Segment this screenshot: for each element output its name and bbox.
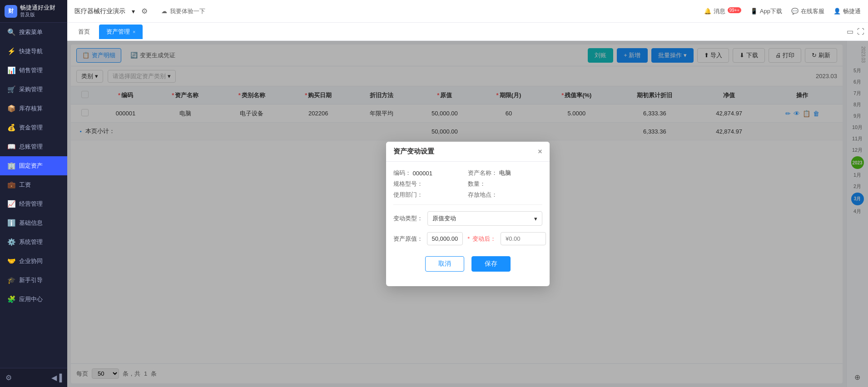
original-value-text: 50,000.00 [432,235,458,242]
sidebar-item-apps[interactable]: 🧩 应用中心 [0,290,67,309]
sales-icon: 📊 [7,66,15,74]
dialog-body: 编码： 000001 资产名称： 电脑 规格型号： 数量： [386,162,550,286]
asset-name-value: 电脑 [499,169,511,177]
sidebar-item-enterprise[interactable]: 🤝 企业协同 [0,252,67,271]
dialog-title: 资产变动设置 [393,147,434,156]
notifications-label: 消息 [714,7,725,15]
after-value-input[interactable] [501,232,546,245]
change-dialog: 资产变动设置 × 编码： 000001 资产名称： 电脑 [386,142,550,286]
dialog-close-button[interactable]: × [538,148,542,156]
topbar: 医疗器械行业演示 ▾ ⚙ ☁ 我要体验一下 🔔 消息 99++ 📱 App下载 … [67,0,868,23]
topbar-right: 🔔 消息 99++ 📱 App下载 💬 在线客服 👤 畅捷通 [704,7,861,15]
sidebar: 财 畅捷通好业财 普及版 🔍 搜索菜单 ⚡ 快捷导航 📊 销售管理 🛒 采购管理… [0,0,67,387]
location-label: 存放地点： [468,191,497,199]
asset-name-label: 资产名称： [468,169,497,177]
main-area: 医疗器械行业演示 ▾ ⚙ ☁ 我要体验一下 🔔 消息 99++ 📱 App下载 … [67,0,868,387]
sidebar-item-operation[interactable]: 📈 经营管理 [0,194,67,213]
dialog-footer: 取消 保存 [393,252,542,279]
tab-home-label: 首页 [78,28,90,36]
app-download-btn[interactable]: 📱 App下载 [750,7,782,15]
basic-icon: ℹ️ [7,219,15,227]
dialog-spec-field: 规格型号： [393,180,468,188]
system-icon: ⚙️ [7,238,15,246]
ledger-icon: 📖 [7,143,15,151]
dept-label: 使用部门： [393,191,423,199]
cancel-button[interactable]: 取消 [425,256,464,272]
sidebar-item-guide[interactable]: 🎓 新手引导 [0,271,67,290]
collapse-icon[interactable]: ◀▐ [51,373,62,382]
dialog-quantity-field: 数量： [468,180,542,188]
sidebar-item-sales[interactable]: 📊 销售管理 [0,61,67,80]
change-type-row: 变动类型： 原值变动 ▾ [393,211,542,226]
username-label: 畅捷通 [843,7,861,15]
content-area: 📋 资产明细 🔄 变更生成凭证 刘账 + 新增 批量操作 ▾ ⬆ [67,41,868,387]
download-icon: 📱 [750,8,758,15]
settings-icon[interactable]: ⚙ [5,373,12,382]
enterprise-icon: 🤝 [7,257,15,265]
cloud-icon: ☁ [161,8,167,15]
sidebar-item-fixed[interactable]: 🏢 固定资产 [0,156,67,175]
sidebar-item-quicknav[interactable]: ⚡ 快捷导航 [0,42,67,61]
after-required-label: * 变动后： [467,235,496,243]
avatar: 👤 [833,8,841,15]
tab-expand-icon[interactable]: ⛶ [857,28,864,36]
salary-icon: 💼 [7,181,15,189]
sidebar-item-capital[interactable]: 💰 资金管理 [0,118,67,137]
sidebar-item-basic[interactable]: ℹ️ 基础信息 [0,213,67,233]
quicknav-icon: ⚡ [7,47,15,55]
tab-minimize-icon[interactable]: ▭ [847,27,853,36]
tab-home[interactable]: 首页 [71,25,97,39]
dialog-header: 资产变动设置 × [386,142,550,162]
sidebar-menu: 🔍 搜索菜单 ⚡ 快捷导航 📊 销售管理 🛒 采购管理 📦 库存核算 💰 资金管… [0,23,67,368]
spec-label: 规格型号： [393,180,423,188]
settings-gear-icon[interactable]: ⚙ [141,7,148,15]
notifications-btn[interactable]: 🔔 消息 99++ [704,7,741,15]
logo-text: 畅捷通好业财 普及版 [20,4,55,18]
dialog-name-field: 资产名称： 电脑 [468,169,542,177]
sidebar-item-system[interactable]: ⚙️ 系统管理 [0,233,67,252]
change-type-dropdown-icon: ▾ [534,215,537,222]
modal-overlay: 资产变动设置 × 编码： 000001 资产名称： 电脑 [67,41,868,387]
capital-icon: 💰 [7,124,15,132]
service-icon: 💬 [791,8,799,15]
dialog-form: 变动类型： 原值变动 ▾ 资产原值： 50,000.00 [393,211,542,245]
guide-icon: 🎓 [7,276,15,284]
sidebar-item-search[interactable]: 🔍 搜索菜单 [0,23,67,42]
tabs-bar: 首页 资产管理 × ▭ ⛶ [67,23,868,41]
purchase-icon: 🛒 [7,85,15,94]
experience-area: ☁ 我要体验一下 [161,7,205,15]
tab-asset-label: 资产管理 [106,28,130,36]
user-avatar[interactable]: 👤 畅捷通 [833,7,861,15]
code-value: 000001 [413,170,432,177]
sidebar-item-salary[interactable]: 💼 工资 [0,175,67,194]
dialog-info-grid: 编码： 000001 资产名称： 电脑 规格型号： 数量： [393,169,542,205]
sidebar-item-purchase[interactable]: 🛒 采购管理 [0,80,67,99]
original-value-display: 50,000.00 [427,232,463,245]
bell-icon: 🔔 [704,8,711,15]
company-name: 医疗器械行业演示 [74,7,125,15]
sidebar-bottom: ⚙ ◀▐ [0,368,67,387]
tabs-right-controls: ▭ ⛶ [847,27,864,36]
company-dropdown[interactable]: ▾ [132,8,135,15]
customer-service-btn[interactable]: 💬 在线客服 [791,7,824,15]
original-value-label: 资产原值： [393,235,422,243]
sidebar-logo: 财 畅捷通好业财 普及版 [0,0,67,23]
tab-close-icon[interactable]: × [133,29,135,35]
inventory-icon: 📦 [7,104,15,113]
tab-asset-management[interactable]: 资产管理 × [99,25,143,39]
apps-icon: 🧩 [7,295,15,303]
sidebar-item-inventory[interactable]: 📦 库存核算 [0,99,67,118]
change-type-label: 变动类型： [393,214,423,223]
change-type-select[interactable]: 原值变动 ▾ [427,211,542,226]
save-button[interactable]: 保存 [471,256,511,272]
logo-icon: 财 [5,5,17,18]
quantity-label: 数量： [468,180,486,188]
original-value-row: 资产原值： 50,000.00 * 变动后： [393,232,542,245]
operation-icon: 📈 [7,200,15,208]
dialog-dept-field: 使用部门： [393,191,468,199]
code-label: 编码： [393,169,411,177]
app-download-label: App下载 [760,7,782,15]
experience-label[interactable]: 我要体验一下 [170,7,205,15]
search-icon: 🔍 [7,28,15,36]
sidebar-item-ledger[interactable]: 📖 总账管理 [0,137,67,156]
